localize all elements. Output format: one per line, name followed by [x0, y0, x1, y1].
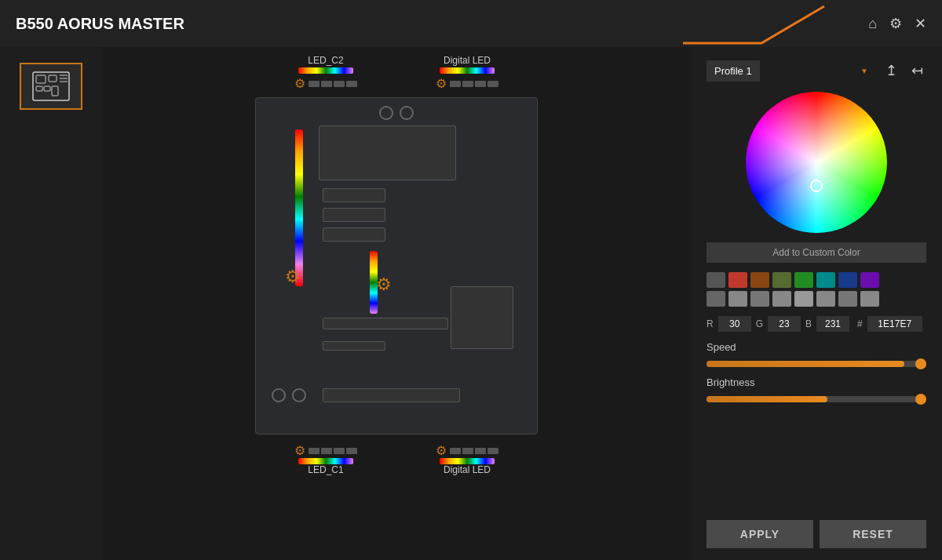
add-custom-color-button[interactable]: Add to Custom Color: [706, 242, 926, 263]
profile-dropdown-wrapper: Profile 1: [706, 60, 874, 82]
hex-input[interactable]: [867, 316, 922, 332]
led-dot: [321, 81, 332, 87]
profile-export-icon[interactable]: ↤: [908, 59, 926, 82]
mb-component-pcie1: [323, 318, 448, 329]
swatch[interactable]: [750, 272, 769, 288]
profile-import-icon[interactable]: ↥: [882, 59, 900, 82]
mb-circles-bottom: [272, 388, 306, 402]
led-dot: [487, 81, 498, 87]
led-dot: [450, 448, 461, 454]
digital-led-top-gear-icon[interactable]: ⚙: [436, 76, 447, 91]
digital-led-bottom-bar: [440, 458, 495, 464]
led-dot: [475, 448, 486, 454]
r-label: R: [706, 318, 714, 329]
led-dot: [346, 448, 357, 454]
main-content: LED_C2 ⚙ Digital LED ⚙: [0, 47, 942, 560]
window-controls: ⌂ ⚙ ✕: [868, 15, 926, 32]
swatch[interactable]: [816, 291, 835, 307]
swatch[interactable]: [706, 272, 725, 288]
mb-component-dimm3: [323, 227, 385, 242]
swatch[interactable]: [816, 272, 835, 288]
mb-component-storage: [451, 286, 513, 349]
bottom-buttons: APPLY RESET: [706, 520, 926, 548]
mb-component-dimm2: [323, 208, 385, 222]
digital-led-top-label: Digital LED: [444, 55, 491, 66]
led-c1-label: LED_C1: [308, 464, 343, 475]
mb-gear-left-icon[interactable]: ⚙: [285, 267, 301, 287]
swatch[interactable]: [728, 272, 747, 288]
led-c1-group: ⚙ LED_C1: [294, 441, 357, 477]
led-c2-bar: [298, 67, 353, 74]
mb-component-connectors: [323, 388, 460, 402]
led-c1-dots: [309, 448, 357, 454]
led-dot: [487, 448, 498, 454]
led-c2-label: LED_C2: [308, 55, 343, 66]
led-c2-icon-row: ⚙: [294, 76, 357, 91]
color-wheel[interactable]: [746, 92, 887, 233]
swatch[interactable]: [772, 291, 791, 307]
swatch-row-2: [706, 291, 926, 307]
digital-led-bottom-gear-icon[interactable]: ⚙: [436, 443, 447, 458]
led-c1-bar: [298, 458, 353, 464]
led-c2-dots: [309, 81, 357, 87]
digital-led-top-bar: [440, 67, 495, 74]
apply-button[interactable]: APPLY: [706, 520, 813, 548]
swatch[interactable]: [728, 291, 747, 307]
digital-led-top-icon-row: ⚙: [436, 76, 498, 91]
swatch[interactable]: [860, 291, 879, 307]
settings-icon[interactable]: ⚙: [889, 15, 902, 32]
close-icon[interactable]: ✕: [915, 15, 926, 32]
svg-rect-4: [44, 86, 50, 91]
mb-circle-bottom: [272, 388, 286, 402]
swatch[interactable]: [706, 291, 725, 307]
led-c2-gear-icon[interactable]: ⚙: [294, 76, 305, 91]
led-dot: [334, 81, 345, 87]
swatch[interactable]: [794, 272, 813, 288]
led-dot: [309, 448, 319, 454]
speed-slider-track[interactable]: [706, 361, 926, 367]
mb-gear-mid-icon[interactable]: ⚙: [376, 275, 392, 295]
swatch[interactable]: [860, 272, 879, 288]
led-labels-top: LED_C2 ⚙ Digital LED ⚙: [294, 55, 498, 91]
brightness-slider-track[interactable]: [706, 396, 926, 402]
brightness-label: Brightness: [706, 376, 926, 388]
sidebar: [0, 47, 102, 560]
swatch[interactable]: [838, 291, 857, 307]
reset-button[interactable]: RESET: [820, 520, 926, 548]
brightness-section: Brightness: [706, 376, 926, 402]
swatch[interactable]: [750, 291, 769, 307]
led-dot: [462, 448, 473, 454]
svg-rect-1: [36, 75, 46, 83]
swatch-row-1: [706, 272, 926, 288]
mb-led-strip-left: [295, 129, 303, 286]
led-c1-gear-icon[interactable]: ⚙: [294, 443, 305, 458]
led-dot: [334, 448, 345, 454]
b-input[interactable]: [816, 316, 849, 332]
r-input[interactable]: [718, 316, 751, 332]
swatch[interactable]: [794, 291, 813, 307]
brightness-slider-fill: [706, 396, 827, 402]
mb-component-cpu: [319, 125, 456, 180]
swatch[interactable]: [772, 272, 791, 288]
swatch[interactable]: [838, 272, 857, 288]
svg-rect-2: [49, 75, 57, 82]
speed-label: Speed: [706, 341, 926, 353]
color-wheel-cursor: [810, 180, 823, 192]
center-area: LED_C2 ⚙ Digital LED ⚙: [102, 47, 691, 560]
titlebar: B550 AORUS MASTER ⌂ ⚙ ✕: [0, 0, 942, 47]
svg-rect-5: [52, 86, 58, 96]
led-labels-bottom: ⚙ LED_C1 ⚙: [294, 441, 498, 477]
b-label: B: [805, 318, 812, 329]
led-c1-icon-row: ⚙: [294, 443, 357, 458]
digital-led-top-group: Digital LED ⚙: [436, 55, 498, 91]
speed-slider-thumb: [915, 358, 926, 369]
speed-section: Speed: [706, 341, 926, 367]
led-dot: [450, 81, 461, 87]
mb-circle: [400, 106, 414, 120]
profile-dropdown[interactable]: Profile 1: [706, 60, 760, 82]
mb-component-pcie2: [323, 341, 385, 351]
home-icon[interactable]: ⌂: [868, 16, 877, 32]
sidebar-item-motherboard[interactable]: [20, 63, 82, 110]
g-input[interactable]: [768, 316, 801, 332]
app-title: B550 AORUS MASTER: [16, 15, 184, 33]
